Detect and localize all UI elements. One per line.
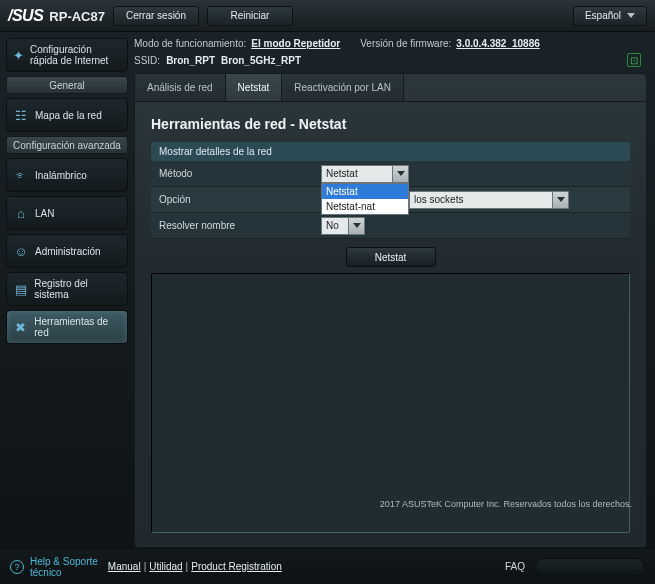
section-heading: Mostrar detalles de la red [151,142,630,161]
tools-icon: ✖ [13,319,28,335]
language-dropdown[interactable]: Español [573,6,647,26]
app-window: /SUS RP-AC87 Cerrar sesión Reiniciar Esp… [0,0,655,584]
logout-button[interactable]: Cerrar sesión [113,6,199,26]
model-text: RP-AC87 [49,9,105,24]
sidebar-heading-general: General [6,76,128,94]
copyright-text: 2017 ASUSTeK Computer Inc. Reservados to… [380,499,632,509]
mode-key: Modo de funcionamiento: [134,38,246,49]
option-label: Opción [151,194,321,205]
log-icon: ▤ [13,281,28,297]
sidebar-item-network-map[interactable]: ☷ Mapa de la red [6,98,128,132]
sidebar-item-syslog[interactable]: ▤ Registro del sistema [6,272,128,306]
person-icon: ☺ [13,243,29,259]
link-utility[interactable]: Utilidad [149,561,182,572]
main-area: Modo de funcionamiento: El modo Repetido… [134,32,655,548]
info-line-2: SSID: Bron_RPT Bron_5GHz_RPT ⊡ [134,51,647,69]
chevron-down-icon [627,13,635,18]
sidebar-item-lan[interactable]: ⌂ LAN [6,196,128,230]
sidebar-item-nettools[interactable]: ✖ Herramientas de red [6,310,128,344]
ssid-key: SSID: [134,55,160,66]
resolve-select[interactable]: No [321,217,365,235]
panel-title: Herramientas de red - Netstat [151,116,630,132]
faq-label: FAQ [505,561,525,572]
tab-wol[interactable]: Reactivación por LAN [282,74,404,101]
content-row: ✦ Configuración rápida de Internet Gener… [0,32,655,548]
panel-body: Herramientas de red - Netstat Mostrar de… [135,102,646,547]
fw-value[interactable]: 3.0.0.4.382_10886 [456,38,539,49]
resolve-label: Resolver nombre [151,220,321,231]
faq-search[interactable] [535,558,645,576]
method-option-netstat[interactable]: Netstat [322,184,408,199]
ssid-1: Bron_RPT [166,55,215,66]
resolve-control: No [321,217,365,235]
globe-icon: ✦ [13,47,24,63]
row-method: Método Netstat Netstat Netstat-nat [151,161,630,187]
method-option-netstat-nat[interactable]: Netstat-nat [322,199,408,214]
chevron-down-icon [392,166,408,182]
home-icon: ⌂ [13,205,29,221]
topbar: /SUS RP-AC87 Cerrar sesión Reiniciar Esp… [0,0,655,32]
link-product-registration[interactable]: Product Registration [191,561,282,572]
sidebar-item-quick-setup[interactable]: ✦ Configuración rápida de Internet [6,38,128,72]
row-resolve: Resolver nombre No [151,213,630,239]
online-status-icon: ⊡ [627,53,641,67]
option-select[interactable]: los sockets [409,191,569,209]
method-control: Netstat Netstat Netstat-nat [321,165,409,183]
output-textarea[interactable] [151,273,630,533]
reboot-button[interactable]: Reiniciar [207,6,293,26]
method-dropdown-list: Netstat Netstat-nat [321,183,409,215]
chevron-down-icon [552,192,568,208]
method-label: Método [151,168,321,179]
footer: ? Help & Soportetécnico Manual|Utilidad|… [0,548,655,584]
link-manual[interactable]: Manual [108,561,141,572]
chevron-down-icon [348,218,364,234]
sidebar-item-admin[interactable]: ☺ Administración [6,234,128,268]
help-icon: ? [10,560,24,574]
tabs: Análisis de red Netstat Reactivación por… [135,74,646,102]
method-select[interactable]: Netstat [321,165,409,183]
network-icon: ☷ [13,107,29,123]
footer-links: Manual|Utilidad|Product Registration [108,561,282,572]
ssid-2: Bron_5GHz_RPT [221,55,301,66]
sidebar-heading-advanced: Configuración avanzada [6,136,128,154]
tab-network-analysis[interactable]: Análisis de red [135,74,226,101]
mode-value[interactable]: El modo Repetidor [251,38,340,49]
brand-text: /SUS [8,7,43,25]
faq-search-input[interactable] [542,561,655,572]
sidebar: ✦ Configuración rápida de Internet Gener… [0,32,134,548]
run-netstat-button[interactable]: Netstat [346,247,436,267]
info-line-1: Modo de funcionamiento: El modo Repetido… [134,36,647,51]
logo: /SUS RP-AC87 [8,7,105,25]
tab-netstat[interactable]: Netstat [226,74,283,101]
wifi-icon: ᯤ [13,167,29,183]
main-panel: Análisis de red Netstat Reactivación por… [134,73,647,548]
sidebar-item-wireless[interactable]: ᯤ Inalámbrico [6,158,128,192]
fw-key: Versión de firmware: [360,38,451,49]
help-support[interactable]: ? Help & Soportetécnico [10,556,98,578]
run-row: Netstat [151,239,630,273]
